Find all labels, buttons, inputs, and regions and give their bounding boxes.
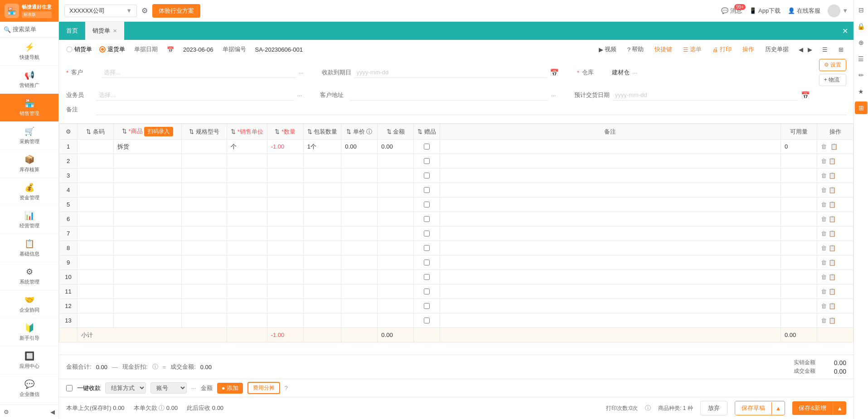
right-panel-item-5[interactable]: ✏: [855, 69, 868, 82]
delete-icon-2[interactable]: 🗑: [821, 158, 827, 164]
company-dropdown-icon: ▼: [126, 7, 132, 14]
customer-input[interactable]: [101, 67, 296, 78]
addr-dots[interactable]: ···: [551, 92, 556, 99]
remarks-input[interactable]: [96, 104, 846, 115]
delete-icon-4[interactable]: 🗑: [821, 187, 827, 193]
account-select[interactable]: 账号: [150, 382, 187, 394]
copy-icon-2[interactable]: 📋: [829, 158, 836, 164]
th-spec[interactable]: ⇅ 规格型号: [182, 124, 227, 140]
help-btn[interactable]: ? 帮助: [625, 44, 646, 54]
delivery-date-input[interactable]: [612, 90, 798, 101]
save-new-dropdown-btn[interactable]: ▲: [833, 402, 846, 414]
sidebar-item-biz[interactable]: 📊 经营管理: [0, 206, 58, 234]
right-panel-item-6[interactable]: ★: [855, 85, 868, 98]
customer-dots[interactable]: ···: [299, 69, 304, 76]
add-payment-btn[interactable]: ● 添加: [217, 383, 243, 394]
settings-icon[interactable]: ⚙: [4, 409, 9, 415]
cash-discount-help[interactable]: ⓘ: [152, 363, 158, 371]
abandon-btn[interactable]: 放弃: [700, 401, 727, 415]
gift-checkbox-2[interactable]: [424, 158, 430, 164]
sidebar-item-corp-wechat[interactable]: 💬 企业微信: [0, 375, 58, 403]
copy-icon-1[interactable]: 📋: [830, 143, 838, 150]
user-avatar[interactable]: ▼: [828, 5, 848, 17]
online-support-btn[interactable]: 👤 在线客服: [788, 7, 820, 15]
right-panel-item-3[interactable]: ⊕: [855, 36, 868, 49]
sidebar-item-purchase[interactable]: 🛒 采购管理: [0, 122, 58, 150]
view-grid-btn[interactable]: ⊞: [836, 45, 846, 54]
save-new-btn[interactable]: 保存&新增: [792, 401, 833, 415]
th-qty[interactable]: ⇅ *数量: [267, 124, 303, 140]
tab-bar-close-icon[interactable]: ✕: [842, 27, 848, 35]
right-panel-item-4[interactable]: ☰: [855, 53, 868, 65]
right-panel-item-orange[interactable]: ⊞: [855, 101, 868, 114]
next-btn[interactable]: ▶: [806, 46, 814, 53]
fee-split-btn[interactable]: 费用分摊: [247, 382, 280, 394]
delivery-calendar-icon[interactable]: 📅: [801, 91, 810, 100]
sidebar-item-sys-mgmt[interactable]: ⚙ 系统管理: [0, 262, 58, 290]
salesperson-dots[interactable]: ···: [297, 92, 302, 99]
tab-close-icon[interactable]: ✕: [113, 28, 117, 34]
right-panel-item-2[interactable]: 🔒: [855, 20, 868, 33]
date-icon[interactable]: 📅: [167, 46, 174, 53]
overdue-help[interactable]: ⓘ: [159, 405, 165, 411]
tab-sales-order[interactable]: 销货单 ✕: [85, 22, 124, 40]
one-click-payment-checkbox[interactable]: [66, 385, 73, 391]
th-amount[interactable]: ⇅ 金额: [378, 124, 414, 140]
delete-icon-3[interactable]: 🗑: [821, 172, 827, 179]
sidebar-item-quick-nav[interactable]: ⚡ 快捷导航: [0, 38, 58, 66]
table-container[interactable]: ⚙ ⇅ 条码 ⇅ *商品 扫码录入: [59, 124, 853, 355]
sidebar-search[interactable]: 🔍 搜索菜单: [0, 22, 58, 38]
delete-icon-1[interactable]: 🗑: [821, 143, 827, 150]
table-wrapper: ⚙ ⇅ 条码 ⇅ *商品 扫码录入: [59, 124, 853, 355]
radio-return[interactable]: 退货单: [99, 45, 125, 53]
print-btn[interactable]: 🖨 打印: [710, 44, 734, 54]
th-unit[interactable]: ⇅ *销售单位: [227, 124, 267, 140]
th-price[interactable]: ⇅ 单价 ⓘ: [341, 124, 378, 140]
logistics-btn[interactable]: + 物流: [819, 74, 846, 86]
account-dots[interactable]: ···: [191, 385, 196, 391]
prev-btn[interactable]: ◀: [797, 46, 805, 53]
save-draft-dropdown-btn[interactable]: ▲: [771, 402, 785, 414]
sidebar-item-app-center[interactable]: 🔲 应用中心: [0, 347, 58, 375]
history-btn[interactable]: 历史单据: [762, 44, 791, 54]
save-draft-btn[interactable]: 保存草稿: [735, 401, 771, 415]
th-gift[interactable]: ⇅ 赠品: [414, 124, 440, 140]
scan-btn[interactable]: 扫码录入: [144, 127, 173, 136]
payment-due-input[interactable]: [354, 67, 548, 78]
topbar-gear-icon[interactable]: ⚙: [141, 6, 148, 15]
right-panel-item-1[interactable]: ⊟: [855, 4, 868, 16]
th-product[interactable]: ⇅ *商品 扫码录入: [114, 124, 182, 140]
video-btn[interactable]: ▶ 视频: [596, 44, 619, 54]
salesperson-input[interactable]: [96, 90, 294, 101]
operation-btn[interactable]: 操作: [740, 44, 757, 54]
th-setting[interactable]: ⚙: [59, 124, 78, 140]
select-btn[interactable]: ☰ 选单: [680, 44, 704, 54]
th-pkgqty[interactable]: ⇅ 包装数量: [303, 124, 341, 140]
sidebar-item-capital[interactable]: 💰 资金管理: [0, 178, 58, 206]
customer-addr-input[interactable]: [350, 90, 548, 101]
topbar-right: 💬 消息 99+ 📱 App下载 👤 在线客服 ▼: [721, 5, 848, 17]
calc-method-select[interactable]: 结算方式: [105, 382, 146, 394]
app-download-btn[interactable]: 📱 App下载: [749, 7, 781, 15]
sidebar-item-basic-info[interactable]: 📋 基础信息: [0, 234, 58, 262]
sidebar-item-marketing[interactable]: 📢 营销推广: [0, 66, 58, 94]
warehouse-dots[interactable]: ···: [632, 69, 637, 76]
copy-icon-3[interactable]: 📋: [829, 172, 836, 179]
payment-due-calendar-icon[interactable]: 📅: [550, 68, 559, 77]
sidebar-item-new-guide[interactable]: 🔰 新手引导: [0, 318, 58, 347]
message-btn[interactable]: 💬 消息 99+: [721, 7, 742, 15]
tab-home[interactable]: 首页: [59, 22, 85, 40]
trial-btn[interactable]: 体验行业方案: [152, 4, 200, 18]
sidebar-item-inventory[interactable]: 📦 库存核算: [0, 150, 58, 178]
gift-checkbox-1[interactable]: [424, 144, 430, 149]
th-barcode[interactable]: ⇅ 条码: [78, 124, 114, 140]
sidebar-item-sales-mgmt[interactable]: 🏪 销售管理: [0, 94, 58, 122]
settings-btn[interactable]: ⚙ 设置: [819, 59, 846, 71]
sidebar-item-corp-collab[interactable]: 🤝 企业协同: [0, 290, 58, 318]
radio-sales[interactable]: 销货单: [66, 45, 92, 53]
view-list-btn[interactable]: ☰: [820, 45, 830, 54]
company-selector[interactable]: XXXXXX公司 ▼: [64, 5, 137, 17]
collapse-icon[interactable]: ◀: [50, 409, 55, 415]
shortcut-btn[interactable]: 快捷键: [652, 44, 675, 54]
payment-help-icon[interactable]: ?: [285, 385, 288, 391]
